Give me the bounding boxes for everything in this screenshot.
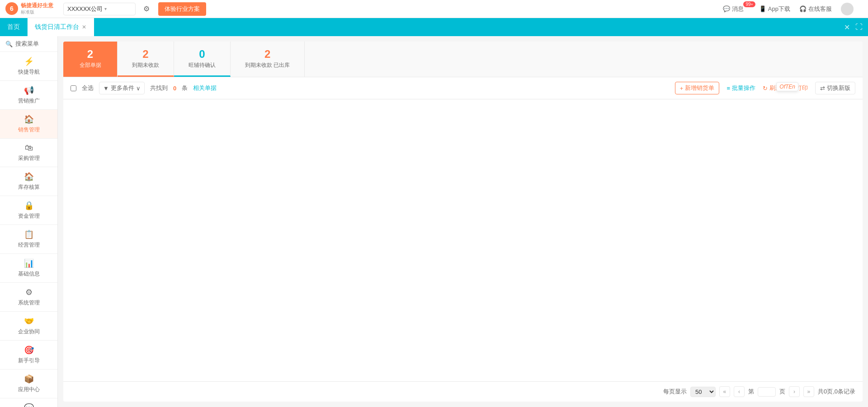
sidebar: 🔍 搜索菜单 ⚡ 快捷导航 📢 营销推广 🏠 销售管理 🛍 采购管理 🏠 库存核… <box>0 36 58 407</box>
often-badge: OfTEn <box>776 82 798 91</box>
current-page-input[interactable]: 1 <box>758 387 776 397</box>
filter-button[interactable]: ▼ 更多条件 ∨ <box>99 82 145 94</box>
page-suffix: 页 <box>779 388 785 396</box>
related-link[interactable]: 相关单据 <box>193 84 217 92</box>
per-page-select[interactable]: 50 100 200 <box>690 387 716 397</box>
tab-close-window-icon[interactable]: ✕ <box>844 23 850 32</box>
tab-home[interactable]: 首页 <box>0 18 28 36</box>
summary-label-pending: 旺辅待确认 <box>189 61 216 69</box>
switch-version-button[interactable]: ⇄ 切换新版 <box>815 82 855 94</box>
inventory-icon: 🏠 <box>24 172 34 182</box>
online-service-label: 在线客服 <box>808 5 832 13</box>
table-area <box>63 99 863 381</box>
sidebar-item-label: 采购管理 <box>18 154 40 162</box>
notification-label: 消息 <box>732 5 744 13</box>
sidebar-item-label: 系统管理 <box>18 299 40 307</box>
trial-button[interactable]: 体验行业方案 <box>158 2 206 16</box>
search-label: 搜索菜单 <box>15 40 39 48</box>
sidebar-item-inventory[interactable]: 🏠 库存核算 <box>0 167 57 196</box>
notification-badge: 99 <box>743 1 755 7</box>
company-selector[interactable]: XXXXXX公司 ▾ <box>63 3 136 15</box>
app-download-icon: 📱 <box>759 5 766 12</box>
filter-icon: ▼ <box>103 85 109 92</box>
notification-item[interactable]: 💬 消息 99 <box>723 5 750 13</box>
summary-card-overdue[interactable]: 2 到期未收款 <box>118 42 174 77</box>
found-unit: 条 <box>182 84 188 92</box>
add-sale-order-button[interactable]: + 新增销货单 <box>675 82 720 94</box>
tab-work-bench[interactable]: 钱货日清工作台 ✕ <box>28 18 94 36</box>
sidebar-item-label: 快捷导航 <box>18 68 40 76</box>
refresh-icon: ↻ <box>763 85 768 92</box>
summary-num-shipped: 2 <box>264 48 270 61</box>
app-version: 标准版 <box>21 9 53 15</box>
sidebar-item-quick-nav[interactable]: ⚡ 快捷导航 <box>0 52 57 81</box>
sidebar-item-purchase[interactable]: 🛍 采购管理 <box>0 139 57 167</box>
content-inner: 2 全部单据 2 到期未收款 0 旺辅待确认 2 到期未收款 已出库 <box>63 42 863 402</box>
sidebar-item-label: 营销推广 <box>18 97 40 105</box>
corp-wechat-icon: 💬 <box>24 403 34 407</box>
sidebar-item-system[interactable]: ⚙ 系统管理 <box>0 283 57 312</box>
sidebar-item-label: 应用中心 <box>18 386 40 393</box>
last-page-button[interactable]: » <box>803 386 814 397</box>
sidebar-item-corp-coop[interactable]: 🤝 企业协同 <box>0 312 57 341</box>
filter-label: 更多条件 <box>111 84 134 92</box>
company-dropdown-arrow: ▾ <box>104 6 107 11</box>
summary-card-pending[interactable]: 0 旺辅待确认 <box>174 42 231 77</box>
summary-label-overdue: 到期未收款 <box>132 61 159 69</box>
pagination: 每页显示 50 100 200 « ‹ 第 1 页 › » 共0页,0条记录 <box>63 381 863 402</box>
summary-card-shipped[interactable]: 2 到期未收款 已出库 <box>231 42 305 77</box>
headset-icon: 🎧 <box>799 5 807 12</box>
sidebar-item-sales[interactable]: 🏠 销售管理 <box>0 110 57 139</box>
summary-label-all: 全部单据 <box>80 61 101 69</box>
sidebar-search[interactable]: 🔍 搜索菜单 <box>0 36 57 52</box>
tab-home-label: 首页 <box>7 23 20 31</box>
sidebar-item-guide[interactable]: 🎯 新手引导 <box>0 341 57 370</box>
content-area: 2 全部单据 2 到期未收款 0 旺辅待确认 2 到期未收款 已出库 <box>58 36 868 407</box>
summary-bar: 2 全部单据 2 到期未收款 0 旺辅待确认 2 到期未收款 已出库 <box>63 42 863 77</box>
batch-icon: ≡ <box>726 85 730 92</box>
app-download-item[interactable]: 📱 App下载 <box>759 5 790 13</box>
page-label: 第 <box>748 388 754 396</box>
plus-icon: + <box>680 85 684 92</box>
corp-coop-icon: 🤝 <box>24 316 34 326</box>
first-page-button[interactable]: « <box>719 386 730 397</box>
quick-nav-icon: ⚡ <box>24 56 34 66</box>
found-prefix: 共找到 <box>150 84 168 92</box>
prev-page-button[interactable]: ‹ <box>734 386 745 397</box>
finance-icon: 🔒 <box>24 201 34 211</box>
batch-label: 批量操作 <box>732 84 755 92</box>
logo-area: 6 畅捷通好生意 标准版 <box>5 2 63 15</box>
tab-close-icon[interactable]: ✕ <box>82 24 86 30</box>
sidebar-item-corp-wechat[interactable]: 💬 企业微信 <box>0 398 57 407</box>
main-layout: 🔍 搜索菜单 ⚡ 快捷导航 📢 营销推广 🏠 销售管理 🛍 采购管理 🏠 库存核… <box>0 36 868 407</box>
app-download-label: App下载 <box>768 5 790 13</box>
sidebar-item-finance[interactable]: 🔒 资金管理 <box>0 196 57 225</box>
select-all-label: 全选 <box>82 84 94 92</box>
tab-workbench-label: 钱货日清工作台 <box>35 23 79 31</box>
sales-icon: 🏠 <box>24 114 34 124</box>
sidebar-item-marketing[interactable]: 📢 营销推广 <box>0 81 57 110</box>
sidebar-item-label: 销售管理 <box>18 126 40 134</box>
company-name: XXXXXX公司 <box>67 5 103 13</box>
tab-expand-icon[interactable]: ⛶ <box>855 23 863 31</box>
add-btn-label: 新增销货单 <box>685 84 714 92</box>
next-page-button[interactable]: › <box>789 386 800 397</box>
found-count: 0 <box>173 85 176 92</box>
online-service-item[interactable]: 🎧 在线客服 <box>799 5 832 13</box>
app-logo-icon: 6 <box>5 2 18 15</box>
summary-num-overdue: 2 <box>142 48 148 61</box>
settings-button[interactable]: ⚙ <box>139 2 154 16</box>
batch-operation-button[interactable]: ≡ 批量操作 <box>726 84 755 92</box>
app-name: 畅捷通好生意 <box>21 2 53 9</box>
user-avatar[interactable] <box>841 3 854 15</box>
toolbar: 全选 ▼ 更多条件 ∨ 共找到 0 条 相关单据 + 新增销货单 ≡ <box>63 77 863 99</box>
message-icon: 💬 <box>723 5 730 12</box>
base-info-icon: 📊 <box>24 258 34 268</box>
sidebar-item-base-info[interactable]: 📊 基础信息 <box>0 254 57 283</box>
switch-icon: ⇄ <box>820 85 825 92</box>
sidebar-item-app-center[interactable]: 📦 应用中心 <box>0 370 57 398</box>
select-all-checkbox[interactable] <box>71 85 76 91</box>
sidebar-item-operations[interactable]: 📋 经营管理 <box>0 225 57 254</box>
sidebar-item-label: 基础信息 <box>18 270 40 278</box>
summary-card-all[interactable]: 2 全部单据 <box>63 42 118 77</box>
